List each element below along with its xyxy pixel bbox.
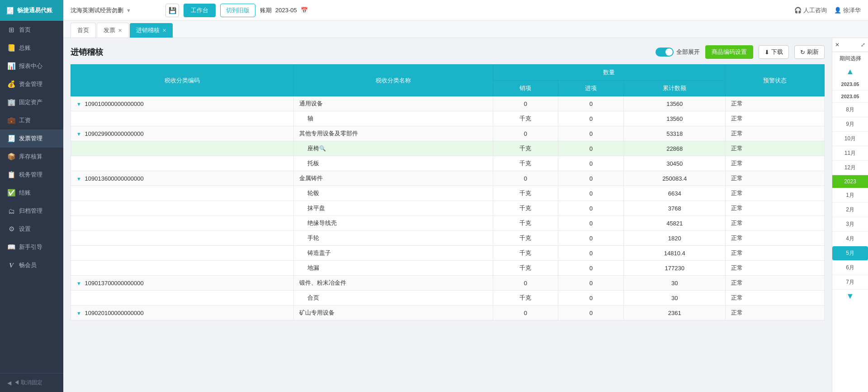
period-up-arrow[interactable]: ▲ [832, 65, 868, 78]
toggle-all-switch[interactable] [656, 48, 674, 57]
tab-reconcile-close[interactable]: ✕ [162, 28, 166, 33]
sidebar-item-reports[interactable]: 📊 报表中心 [0, 57, 63, 75]
sidebar-label-archive: 归档管理 [19, 207, 42, 215]
sidebar-item-tax[interactable]: 📋 税务管理 [0, 166, 63, 184]
sidebar-item-ledger[interactable]: 📒 总账 [0, 39, 63, 57]
period-item[interactable]: 11月 [832, 146, 868, 161]
row-code [71, 201, 294, 216]
sidebar-label-salary: 工资 [19, 116, 31, 124]
sidebar-item-salary[interactable]: 💼 工资 [0, 111, 63, 129]
period-down-arrow[interactable]: ▼ [832, 290, 868, 303]
sidebar-item-archive[interactable]: 🗂 归档管理 [0, 202, 63, 220]
row-unit: 千克 [493, 141, 558, 156]
period-item[interactable]: 12月 [832, 161, 868, 175]
salary-icon: 💼 [7, 116, 15, 124]
row-code [71, 261, 294, 276]
tab-invoice[interactable]: 发票 ✕ [97, 23, 129, 38]
row-status: 正常 [726, 306, 825, 320]
sidebar-label-ledger: 总账 [19, 44, 31, 52]
switch-version-button[interactable]: 切到旧版 [220, 4, 255, 17]
th-purchase: 进项 [558, 81, 624, 96]
tab-reconcile[interactable]: 进销稽核 ✕ [130, 23, 173, 38]
main-area: 沈海英测试经营勿删 ▼ 💾 工作台 切到旧版 账期 2023-05 📅 🎧 人工… [63, 0, 868, 392]
period-item[interactable]: 3月 [832, 217, 868, 232]
sidebar-item-funds[interactable]: 💰 资金管理 [0, 75, 63, 93]
row-name: 托板 [294, 156, 493, 171]
period-item[interactable]: 2023.05 [832, 91, 868, 103]
period-item[interactable]: 2023 [832, 175, 868, 188]
row-name: 其他专用设备及零部件 [294, 126, 493, 141]
sidebar-item-invoice[interactable]: 🧾 发票管理 [0, 129, 63, 148]
row-code: ▼ 109010000000000000 [71, 96, 294, 111]
sidebar-item-member[interactable]: V 畅会员 [0, 256, 63, 274]
row-unit: 千克 [493, 201, 558, 216]
row-name: 金属铸件 [294, 171, 493, 186]
group-code: 109020100000000000 [85, 310, 144, 316]
product-code-settings-button[interactable]: 商品编码设置 [705, 45, 753, 59]
expand-icon[interactable]: ▼ [76, 176, 81, 182]
row-name: 抹平盘 [294, 201, 493, 216]
tab-home[interactable]: 首页 [71, 23, 96, 38]
period-item[interactable]: 8月 [832, 103, 868, 117]
sidebar-item-assets[interactable]: 🏢 固定资产 [0, 93, 63, 111]
expand-icon[interactable]: ▼ [76, 131, 81, 137]
sidebar-label-guide: 新手引导 [19, 243, 42, 251]
expand-panel-icon[interactable]: ⤢ [861, 42, 865, 48]
th-quantity: 数量 [493, 65, 726, 81]
sidebar-item-inventory[interactable]: 📦 库存核算 [0, 148, 63, 166]
workbench-button[interactable]: 工作台 [184, 4, 216, 17]
sidebar-item-guide[interactable]: 📖 新手引导 [0, 238, 63, 256]
row-unit: 千克 [493, 231, 558, 246]
period-item[interactable]: 4月 [832, 232, 868, 246]
period-item[interactable]: 7月 [832, 275, 868, 290]
row-status: 正常 [726, 186, 825, 201]
sidebar-item-settings[interactable]: ⚙ 设置 [0, 220, 63, 238]
row-total: 30 [624, 291, 726, 306]
expand-icon[interactable]: ▼ [76, 101, 81, 107]
row-status: 正常 [726, 96, 825, 111]
period-item[interactable]: 2月 [832, 203, 868, 217]
row-status: 正常 [726, 216, 825, 231]
calendar-icon[interactable]: 📅 [301, 7, 308, 14]
row-sales: 0 [493, 171, 558, 186]
period-item[interactable]: 10月 [832, 132, 868, 146]
period-item[interactable]: 6月 [832, 261, 868, 275]
row-status: 正常 [726, 111, 825, 126]
sidebar-item-home[interactable]: ⊞ 首页 [0, 21, 63, 39]
row-total: 13560 [624, 111, 726, 126]
period-item[interactable]: 5月 [832, 246, 868, 261]
tab-invoice-close[interactable]: ✕ [118, 28, 122, 33]
row-unit: 千克 [493, 156, 558, 171]
search-icon[interactable]: 🔍 [319, 145, 326, 152]
row-status: 正常 [726, 291, 825, 306]
row-status: 正常 [726, 141, 825, 156]
expand-icon[interactable]: ▼ [76, 281, 81, 286]
guide-icon: 📖 [7, 243, 15, 251]
download-button[interactable]: ⬇ 下载 [759, 45, 789, 59]
app-name: 畅捷通易代账 [17, 6, 52, 14]
period-item[interactable]: 1月 [832, 188, 868, 203]
sidebar-item-settlement[interactable]: ✅ 结账 [0, 184, 63, 202]
tab-invoice-label: 发票 [104, 26, 115, 34]
close-panel-icon[interactable]: ✕ [835, 42, 840, 48]
user-menu[interactable]: 👤 徐泽华 [834, 6, 861, 14]
sidebar-label-settings: 设置 [19, 225, 31, 233]
service-label: 人工咨询 [803, 6, 827, 14]
row-code [71, 186, 294, 201]
invoice-icon: 🧾 [7, 134, 15, 143]
row-sales: 0 [493, 276, 558, 291]
refresh-button[interactable]: ↻ 刷新 [794, 45, 825, 59]
service-button[interactable]: 🎧 人工咨询 [794, 6, 827, 14]
funds-icon: 💰 [7, 80, 15, 88]
period-item[interactable]: 9月 [832, 117, 868, 132]
reconcile-table: 税收分类编码 税收分类名称 数量 预警状态 销项 进项 累计数额 ▼ 10901… [71, 64, 825, 320]
save-button[interactable]: 💾 [165, 4, 179, 17]
sidebar-unpin[interactable]: ◀ ◀ 取消固定 [0, 373, 63, 392]
th-tax-code: 税收分类编码 [71, 65, 294, 96]
period-item[interactable]: 2023.05 [832, 78, 868, 91]
company-selector[interactable]: 沈海英测试经营勿删 ▼ [71, 6, 161, 14]
row-name: 通用设备 [294, 96, 493, 111]
expand-icon[interactable]: ▼ [76, 311, 81, 316]
group-code: 109010000000000000 [85, 100, 144, 107]
reports-icon: 📊 [7, 62, 15, 70]
